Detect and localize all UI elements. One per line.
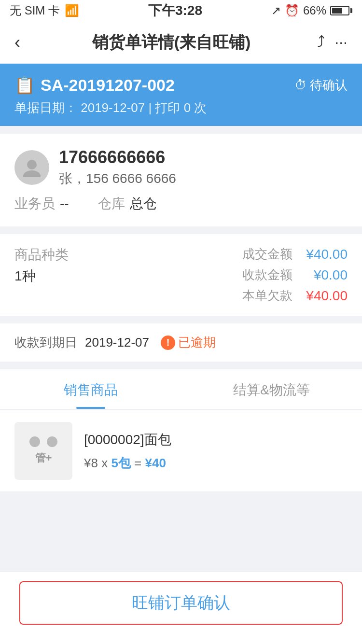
order-id-row: 📋 SA-20191207-002 ⏱ 待确认 (14, 75, 348, 95)
warehouse-label: 仓库 (98, 195, 125, 213)
bottom-button-container: 旺铺订单确认 (0, 571, 362, 644)
nav-bar: ‹ 销货单详情(来自旺铺) ⤴ ··· (0, 21, 362, 64)
owed-amount-row: 本单欠款 ¥40.00 (242, 287, 348, 304)
customer-top: 17666666666 张，156 6666 6666 (14, 147, 348, 188)
order-header-card: 📋 SA-20191207-002 ⏱ 待确认 单据日期： 2019-12-07… (0, 64, 362, 126)
nav-actions: ⤴ ··· (299, 33, 348, 51)
due-date-card: 收款到期日 2019-12-07 ! 已逾期 (0, 323, 362, 362)
owl-text: 管+ (35, 451, 52, 465)
customer-name: 张，156 6666 6666 (59, 169, 176, 188)
overdue-badge: ! 已逾期 (161, 334, 216, 351)
separator-text: = (134, 456, 145, 470)
more-icon[interactable]: ··· (334, 33, 348, 51)
tab-sales-products[interactable]: 销售商品 (0, 369, 181, 409)
due-label: 收款到期日 (14, 334, 77, 351)
content-spacer (0, 492, 362, 579)
product-list: 管+ [0000002]面包 ¥8 x 5包 = ¥40 (0, 410, 362, 492)
alarm-icon: ⏰ (285, 4, 299, 17)
page-title: 销货单详情(来自旺铺) (43, 31, 299, 54)
summary-left: 商品种类 1种 (14, 246, 69, 285)
battery-icon (330, 6, 352, 15)
owed-amount-value: ¥40.00 (299, 288, 348, 304)
order-id: 📋 SA-20191207-002 (14, 75, 175, 95)
customer-info: 17666666666 张，156 6666 6666 (59, 147, 176, 188)
overdue-text: 已逾期 (178, 334, 216, 351)
product-image: 管+ (14, 422, 72, 480)
owl-eye-right (47, 436, 57, 447)
quantity-text: 5包 (111, 456, 130, 470)
received-amount-label: 收款金额 (242, 266, 292, 283)
owed-amount-label: 本单欠款 (242, 287, 292, 304)
status-left: 无 SIM 卡 📶 (10, 3, 79, 18)
order-date: 单据日期： 2019-12-07 | 打印 0 次 (14, 99, 348, 116)
product-thumbnail: 管+ (29, 436, 57, 465)
summary-card: 商品种类 1种 成交金额 ¥40.00 收款金额 ¥0.00 本单欠款 ¥40.… (0, 234, 362, 316)
back-button[interactable]: ‹ (14, 32, 43, 53)
clock-icon: ⏱ (294, 78, 307, 93)
warehouse-value: 总仓 (130, 195, 157, 213)
status-bar: 无 SIM 卡 📶 下午3:28 ↗ ⏰ 66% (0, 0, 362, 21)
status-time: 下午3:28 (148, 1, 202, 20)
salesperson-label: 业务员 (14, 195, 55, 213)
battery-percent: 66% (303, 4, 326, 17)
salesperson-value: -- (60, 196, 69, 211)
product-info: [0000002]面包 ¥8 x 5包 = ¥40 (84, 431, 348, 472)
sim-status: 无 SIM 卡 (10, 3, 60, 18)
owl-eyes (29, 436, 57, 447)
type-label: 商品种类 (14, 246, 69, 264)
received-amount-row: 收款金额 ¥0.00 (242, 266, 348, 283)
received-amount-value: ¥0.00 (299, 267, 348, 283)
order-status: ⏱ 待确认 (294, 77, 348, 94)
owl-eye-left (29, 436, 40, 447)
svg-point-1 (23, 170, 41, 177)
deal-amount-label: 成交金额 (242, 246, 292, 263)
tabs-container: 销售商品 结算&物流等 (0, 369, 362, 409)
share-icon[interactable]: ⤴ (317, 33, 325, 51)
total-text: ¥40 (145, 456, 166, 470)
tab-settlement[interactable]: 结算&物流等 (181, 369, 362, 409)
salesperson-item: 业务员 -- (14, 195, 69, 213)
deal-amount-row: 成交金额 ¥40.00 (242, 246, 348, 263)
location-icon: ↗ (271, 4, 281, 17)
price-text: ¥8 x (84, 456, 111, 470)
confirm-order-button[interactable]: 旺铺订单确认 (19, 581, 343, 625)
type-value: 1种 (14, 267, 69, 285)
customer-card: 17666666666 张，156 6666 6666 业务员 -- 仓库 总仓 (0, 134, 362, 226)
svg-point-0 (27, 160, 37, 169)
order-icon: 📋 (14, 75, 35, 95)
status-right: ↗ ⏰ 66% (271, 4, 352, 17)
table-row: 管+ [0000002]面包 ¥8 x 5包 = ¥40 (0, 410, 362, 492)
wifi-icon: 📶 (65, 4, 79, 17)
product-price-row: ¥8 x 5包 = ¥40 (84, 455, 348, 472)
warehouse-item: 仓库 总仓 (98, 195, 157, 213)
due-date-value: 2019-12-07 (85, 335, 149, 350)
deal-amount-value: ¥40.00 (299, 247, 348, 262)
customer-phone: 17666666666 (59, 147, 176, 168)
overdue-icon: ! (161, 336, 175, 350)
avatar (14, 150, 49, 185)
summary-right: 成交金额 ¥40.00 收款金额 ¥0.00 本单欠款 ¥40.00 (242, 246, 348, 304)
customer-meta: 业务员 -- 仓库 总仓 (14, 195, 348, 213)
product-name: [0000002]面包 (84, 431, 348, 449)
